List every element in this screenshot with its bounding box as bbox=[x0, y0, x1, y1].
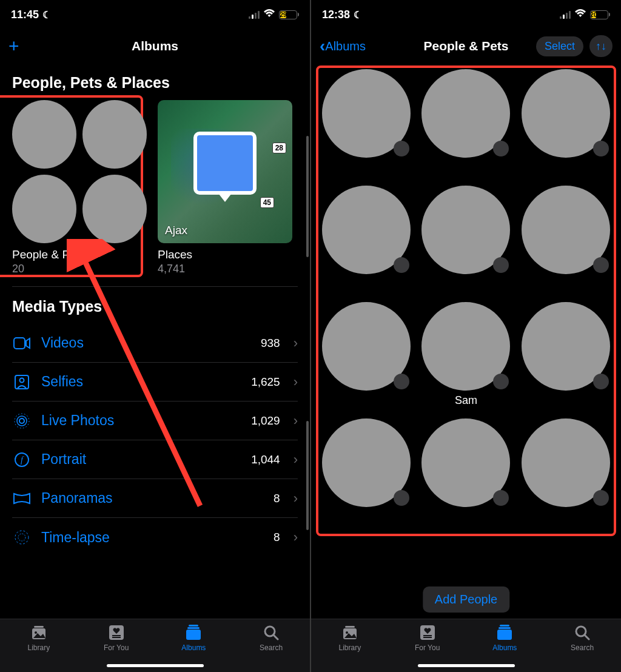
tab-library[interactable]: Library bbox=[311, 624, 389, 672]
chevron-right-icon: › bbox=[294, 491, 298, 506]
page-title: Albums bbox=[0, 39, 310, 53]
albums-screen: 11:45 ☾ 29 + Albums People, Pets & Place… bbox=[0, 0, 310, 672]
person-item[interactable] bbox=[322, 418, 411, 524]
svg-point-3 bbox=[20, 378, 24, 382]
tab-search[interactable]: Search bbox=[543, 624, 621, 672]
favorite-badge-icon bbox=[593, 490, 609, 506]
person-item[interactable] bbox=[522, 418, 610, 524]
album-title: People & Pets bbox=[12, 248, 147, 261]
chevron-left-icon: ‹ bbox=[320, 36, 325, 56]
nav-bar: + Albums bbox=[0, 29, 310, 63]
person-item[interactable] bbox=[322, 302, 411, 408]
media-count: 1,044 bbox=[251, 453, 280, 466]
select-button[interactable]: Select bbox=[536, 36, 583, 56]
person-item[interactable] bbox=[322, 186, 411, 291]
scrollbar[interactable] bbox=[306, 421, 309, 530]
svg-rect-26 bbox=[423, 635, 432, 636]
person-item[interactable] bbox=[421, 418, 510, 524]
album-places[interactable]: 28 45 Ajax Places 4,741 bbox=[158, 100, 292, 275]
media-row-videos[interactable]: Videos 938 › bbox=[12, 324, 298, 363]
svg-rect-1 bbox=[14, 338, 25, 349]
search-icon bbox=[574, 624, 590, 641]
content-scroll[interactable]: Sam Add People bbox=[311, 63, 621, 619]
albums-icon bbox=[496, 624, 513, 641]
tab-label: Library bbox=[339, 643, 361, 652]
people-pets-screen: 12:38 ☾ 20 ‹ Albums People & Pets Select bbox=[311, 0, 621, 672]
face-thumbnail bbox=[82, 100, 147, 169]
content-scroll[interactable]: People, Pets & Places People & Pets 20 bbox=[0, 63, 310, 619]
media-row-live-photos[interactable]: Live Photos 1,029 › bbox=[12, 402, 298, 440]
timelapse-icon bbox=[12, 529, 32, 545]
sort-button[interactable]: ↑↓ bbox=[589, 35, 613, 57]
media-row-portrait[interactable]: f Portrait 1,044 › bbox=[12, 440, 298, 479]
tab-label: Search bbox=[571, 643, 594, 652]
dnd-moon-icon: ☾ bbox=[354, 9, 362, 21]
map-city-label: Ajax bbox=[165, 224, 187, 237]
battery-icon: 29 bbox=[279, 10, 299, 19]
person-item[interactable] bbox=[421, 69, 510, 175]
person-item[interactable] bbox=[522, 302, 610, 408]
svg-rect-27 bbox=[423, 637, 432, 638]
live-icon bbox=[12, 413, 32, 429]
svg-point-4 bbox=[19, 418, 24, 423]
favorite-badge-icon bbox=[493, 141, 509, 156]
portrait-icon: f bbox=[12, 452, 32, 468]
status-bar: 11:45 ☾ 29 bbox=[0, 0, 310, 29]
scrollbar[interactable] bbox=[306, 136, 309, 257]
album-people-pets[interactable]: People & Pets 20 bbox=[12, 100, 147, 275]
video-icon bbox=[12, 337, 32, 349]
tab-label: Albums bbox=[492, 643, 517, 652]
person-item[interactable]: Sam bbox=[421, 302, 510, 408]
favorite-badge-icon bbox=[493, 257, 509, 273]
status-time: 11:45 bbox=[11, 8, 39, 21]
media-count: 938 bbox=[261, 337, 280, 350]
svg-point-10 bbox=[18, 534, 25, 541]
chevron-right-icon: › bbox=[294, 529, 298, 545]
home-indicator[interactable] bbox=[107, 664, 204, 667]
svg-rect-23 bbox=[345, 626, 355, 628]
svg-line-32 bbox=[585, 635, 589, 639]
media-label: Live Photos bbox=[41, 412, 241, 429]
favorite-badge-icon bbox=[394, 490, 409, 506]
media-types-list: Videos 938 › Selfies 1,625 › Live Photos… bbox=[0, 324, 310, 557]
media-row-timelapse[interactable]: Time-lapse 8 › bbox=[12, 518, 298, 557]
svg-point-9 bbox=[15, 531, 29, 544]
status-time: 12:38 bbox=[322, 8, 350, 21]
road-badge: 45 bbox=[260, 197, 274, 208]
person-item[interactable] bbox=[322, 69, 411, 175]
favorite-badge-icon bbox=[493, 374, 509, 389]
person-item[interactable] bbox=[522, 186, 610, 291]
favorite-badge-icon bbox=[394, 374, 409, 389]
favorite-badge-icon bbox=[593, 141, 609, 156]
svg-rect-16 bbox=[112, 637, 121, 638]
map-pin-icon bbox=[193, 132, 257, 195]
tab-bar: Library For You Albums Search bbox=[311, 619, 621, 672]
tab-label: Albums bbox=[181, 643, 206, 652]
add-album-button[interactable]: + bbox=[8, 36, 19, 56]
back-button[interactable]: ‹ Albums bbox=[320, 36, 366, 56]
cellular-icon bbox=[560, 10, 571, 19]
face-thumbnail bbox=[12, 175, 76, 243]
wifi-icon bbox=[263, 9, 275, 20]
nav-bar: ‹ Albums People & Pets Select ↑↓ bbox=[311, 29, 621, 63]
albums-icon bbox=[185, 624, 202, 641]
battery-icon: 20 bbox=[590, 10, 610, 19]
for-you-icon bbox=[420, 624, 435, 641]
back-label: Albums bbox=[325, 39, 366, 53]
album-title: Places bbox=[158, 248, 292, 261]
dnd-moon-icon: ☾ bbox=[42, 9, 51, 21]
person-item[interactable] bbox=[421, 186, 510, 291]
tab-library[interactable]: Library bbox=[0, 624, 78, 672]
media-row-panoramas[interactable]: Panoramas 8 › bbox=[12, 479, 298, 518]
home-indicator[interactable] bbox=[418, 664, 515, 667]
favorite-badge-icon bbox=[593, 374, 609, 389]
tab-search[interactable]: Search bbox=[232, 624, 310, 672]
media-row-selfies[interactable]: Selfies 1,625 › bbox=[12, 363, 298, 402]
tab-label: Search bbox=[260, 643, 283, 652]
status-bar: 12:38 ☾ 20 bbox=[311, 0, 621, 29]
person-item[interactable] bbox=[522, 69, 610, 175]
tab-bar: Library For You Albums Search bbox=[0, 619, 310, 672]
add-people-button[interactable]: Add People bbox=[423, 586, 509, 613]
media-label: Videos bbox=[41, 335, 251, 351]
svg-point-5 bbox=[17, 416, 27, 426]
